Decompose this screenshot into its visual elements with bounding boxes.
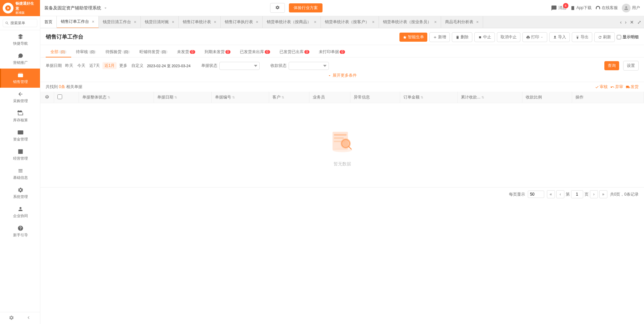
sidebar-item-system[interactable]: 系统管理 bbox=[0, 184, 40, 203]
ship-action-btn[interactable]: 发货 bbox=[626, 84, 639, 90]
page-last-btn[interactable]: » bbox=[599, 190, 607, 198]
cancel-stop-btn[interactable]: 取消中止 bbox=[497, 32, 520, 42]
app-download-btn[interactable]: App下载 bbox=[570, 5, 592, 11]
print-btn[interactable]: 打印 bbox=[522, 32, 547, 42]
tab-close-btn[interactable]: ✕ bbox=[314, 20, 316, 24]
settings-bottom-btn[interactable] bbox=[9, 315, 14, 321]
filter-tab-pending-review[interactable]: 待审核(0) bbox=[71, 47, 101, 57]
smart-create-btn[interactable]: 智能生单 bbox=[399, 33, 427, 42]
page-prev-btn[interactable]: ‹ bbox=[556, 190, 564, 198]
collapse-sidebar-btn[interactable] bbox=[26, 315, 31, 321]
industry-solution-btn[interactable]: 体验行业方案 bbox=[289, 3, 323, 12]
tab-prev-btn[interactable]: ‹ bbox=[619, 19, 623, 26]
tab-sales-stats-product[interactable]: 销货单统计表（按商品） ✕ bbox=[263, 16, 321, 28]
tab-sales-order-workbench[interactable]: 销售订单工作台 ✕ bbox=[57, 16, 99, 28]
tab-product-margin[interactable]: 商品毛利分析表 ✕ bbox=[441, 16, 483, 28]
filter-tab-shipped-not-out[interactable]: 已发货未出库0 bbox=[235, 47, 275, 57]
sort-status[interactable]: 单据整体状态 ⇅ bbox=[82, 94, 150, 100]
tab-close-all-btn[interactable]: ✕ bbox=[629, 19, 635, 26]
tab-sales-stats-customer[interactable]: 销货单统计表（按客户） ✕ bbox=[321, 16, 379, 28]
tab-sales-order-exec[interactable]: 销售订单执行表 ✕ bbox=[221, 16, 263, 28]
date-btn-more[interactable]: 更多 bbox=[118, 62, 129, 69]
page-number-input[interactable] bbox=[571, 190, 583, 198]
sidebar-item-label: 采购管理 bbox=[13, 98, 28, 104]
stop-btn[interactable]: 中止 bbox=[474, 32, 495, 42]
tab-close-btn[interactable]: ✕ bbox=[134, 20, 136, 24]
filter-tab-pending-inspect[interactable]: 待拣验货(0) bbox=[101, 47, 134, 57]
search-menu-button[interactable]: 搜索菜单 bbox=[3, 19, 37, 27]
tab-close-btn[interactable]: ✕ bbox=[214, 20, 216, 24]
page-header-actions: 智能生单 新增 删除 中止 取消中止 bbox=[399, 32, 639, 42]
review-action-btn[interactable]: 审核 bbox=[595, 84, 608, 90]
sidebar-item-label: 系统管理 bbox=[13, 194, 28, 199]
sidebar-item-basic-info[interactable]: 基础信息 bbox=[0, 164, 40, 184]
page-next-btn[interactable]: › bbox=[590, 190, 598, 198]
filter-tab-shipped-out[interactable]: 已发货已出库0 bbox=[275, 47, 314, 57]
filter-area: 单据日期 昨天 今天 近7天 近1月 更多 自定义 2023-02-24 至 2… bbox=[40, 57, 644, 82]
column-settings-icon[interactable] bbox=[45, 94, 49, 99]
filter-tab-not-shipped[interactable]: 未发货0 bbox=[172, 47, 200, 57]
sort-date[interactable]: 单据日期 ⇅ bbox=[157, 94, 208, 100]
date-btn-custom[interactable]: 自定义 bbox=[130, 62, 145, 69]
tab-close-btn[interactable]: ✕ bbox=[256, 20, 258, 24]
export-btn[interactable]: 导出 bbox=[572, 32, 592, 42]
query-btn[interactable]: 查询 bbox=[604, 61, 619, 70]
filter-settings-btn[interactable]: 设置 bbox=[623, 61, 639, 71]
show-detail-checkbox[interactable] bbox=[617, 35, 621, 39]
sidebar-item-guide[interactable]: 新手引导 bbox=[0, 222, 40, 241]
tab-cash-reconcile[interactable]: 钱货日清对账 ✕ bbox=[141, 16, 179, 28]
undo-review-action-btn[interactable]: 弃审 bbox=[610, 84, 623, 90]
tab-close-btn[interactable]: ✕ bbox=[372, 20, 375, 24]
message-btn[interactable]: 6 消息 bbox=[551, 5, 566, 11]
tab-expand-btn[interactable]: ⤢ bbox=[636, 19, 643, 26]
tab-next-btn[interactable]: › bbox=[624, 19, 628, 26]
sort-collected[interactable]: 累计收款... ⇅ bbox=[461, 94, 519, 100]
filter-tab-not-printed[interactable]: 未打印单据0 bbox=[314, 47, 350, 57]
th-amount: 订单金额 ⇅ bbox=[400, 92, 457, 103]
filter-tab-expired-not-shipped[interactable]: 到期未发货0 bbox=[200, 47, 235, 57]
select-all-checkbox[interactable] bbox=[57, 94, 62, 99]
th-amount-label: 订单金额 bbox=[403, 94, 420, 100]
sort-amount[interactable]: 订单金额 ⇅ bbox=[403, 94, 454, 100]
date-filter-label: 单据日期 bbox=[46, 63, 62, 69]
date-btn-yesterday[interactable]: 昨天 bbox=[64, 62, 75, 69]
import-btn[interactable]: 导入 bbox=[549, 32, 570, 42]
sidebar-item-enterprise[interactable]: 企业协同 bbox=[0, 203, 40, 222]
filter-tab-wangpu[interactable]: 旺铺待发货(0) bbox=[135, 47, 172, 57]
tab-sales-stats-staff[interactable]: 销货单统计表（按业务员） ✕ bbox=[379, 16, 441, 28]
sidebar-item-purchase[interactable]: 采购管理 bbox=[0, 88, 40, 107]
settings-gear-btn[interactable] bbox=[270, 3, 285, 13]
sidebar-item-inventory[interactable]: 库存核算 bbox=[0, 107, 40, 126]
add-btn[interactable]: 新增 bbox=[429, 32, 450, 42]
sidebar-item-operations[interactable]: 经营管理 bbox=[0, 145, 40, 164]
tab-home[interactable]: 首页 bbox=[40, 16, 57, 28]
user-profile-btn[interactable]: 用户 bbox=[622, 4, 640, 12]
date-btn-today[interactable]: 今天 bbox=[76, 62, 87, 69]
page-size-select[interactable]: 20 50 100 bbox=[528, 191, 544, 198]
tab-close-btn[interactable]: ✕ bbox=[92, 20, 94, 24]
filter-tab-all[interactable]: 全部(0) bbox=[46, 47, 71, 57]
sort-number[interactable]: 单据编号 ⇅ bbox=[215, 94, 265, 100]
tab-close-btn[interactable]: ✕ bbox=[476, 20, 479, 24]
sidebar-item-sales[interactable]: 销售管理 bbox=[0, 69, 40, 88]
sidebar-item-quick-nav[interactable]: 快捷导航 bbox=[0, 30, 40, 49]
status-filter-select[interactable] bbox=[219, 62, 260, 70]
online-service-btn[interactable]: 在线客服 bbox=[596, 5, 618, 11]
sidebar-item-finance[interactable]: 资金管理 bbox=[0, 126, 40, 145]
date-btn-7days[interactable]: 近7天 bbox=[88, 62, 101, 69]
expand-more-btn[interactable]: 展开更多条件 bbox=[328, 73, 357, 78]
sidebar-search-area: 搜索菜单 bbox=[0, 16, 40, 30]
sidebar-item-marketing[interactable]: 营销推广 bbox=[0, 49, 40, 69]
tab-close-btn[interactable]: ✕ bbox=[434, 20, 437, 24]
show-detail-toggle[interactable]: 显示明细 bbox=[617, 34, 639, 40]
delete-btn[interactable]: 删除 bbox=[452, 32, 472, 42]
tab-cash-daily[interactable]: 钱货日清工作台 ✕ bbox=[99, 16, 141, 28]
sidebar-item-label: 营销推广 bbox=[13, 60, 28, 65]
date-btn-1month[interactable]: 近1月 bbox=[102, 62, 117, 69]
sort-customer[interactable]: 客户 ⇅ bbox=[272, 94, 306, 100]
payment-filter-select[interactable] bbox=[289, 62, 329, 70]
tab-close-btn[interactable]: ✕ bbox=[172, 20, 174, 24]
page-first-btn[interactable]: « bbox=[547, 190, 555, 198]
refresh-btn[interactable]: 刷新 bbox=[594, 32, 615, 42]
tab-sales-order-stats[interactable]: 销售订单统计表 ✕ bbox=[179, 16, 221, 28]
